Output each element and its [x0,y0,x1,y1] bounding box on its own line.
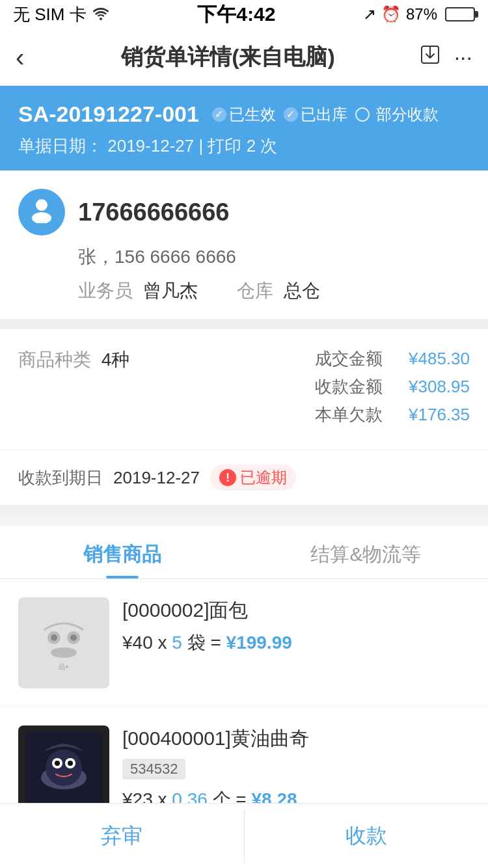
share-icon[interactable] [419,44,441,71]
tab-sales-label: 销售商品 [83,543,161,565]
divider-1 [0,319,488,329]
stats-left: 商品种类 4种 [18,347,129,372]
customer-meta: 业务员 曾凡杰 仓库 总仓 [18,278,470,303]
badge-partial: 部分收款 [355,104,439,125]
bottom-bar: 弃审 收款 [0,803,488,868]
svg-point-2 [32,212,51,223]
due-date-label: 收款到期日 [18,467,103,489]
warehouse-label: 仓库 [237,280,273,301]
product-info-2: [000400001]黄油曲奇 534532 ¥23 x 0.36 个 = ¥8… [122,726,470,812]
check-icon-active: ✓ [212,107,226,122]
order-id: SA-20191227-001 [18,102,199,127]
deal-amount-label: 成交金额 [315,347,383,370]
product-name-1: [0000002]面包 [122,597,470,624]
divider-2 [0,505,488,515]
customer-name: 张，156 6666 6666 [18,245,470,269]
tab-settlement[interactable]: 结算&物流等 [244,526,488,578]
wifi-icon [92,5,110,25]
customer-section: 17666666666 张，156 6666 6666 业务员 曾凡杰 仓库 总… [0,170,488,319]
product-total-1: ¥199.99 [226,632,292,653]
tab-settlement-label: 结算&物流等 [310,543,421,565]
location-icon: ↗ [363,5,376,23]
debt-row: 本单欠款 ¥176.35 [315,403,470,426]
due-section: 收款到期日 2019-12-27 ! 已逾期 [0,450,488,505]
avatar [18,189,65,236]
product-info-1: [0000002]面包 ¥40 x 5 袋 = ¥199.99 [122,597,470,655]
svg-point-8 [51,647,77,658]
order-status-badges: ✓ 已生效 ✓ 已出库 部分收款 [212,104,439,125]
warehouse-field: 仓库 总仓 [237,278,320,303]
receipt-amount-value: ¥308.95 [409,377,470,397]
more-icon[interactable]: ··· [454,44,472,70]
product-unit-1: 袋 [187,632,206,653]
svg-point-16 [68,761,73,766]
tabs-row: 销售商品 结算&物流等 [0,526,488,578]
stats-right: 成交金额 ¥485.30 收款金额 ¥308.95 本单欠款 ¥176.35 [315,347,470,431]
svg-point-12 [46,750,82,786]
stats-row: 商品种类 4种 成交金额 ¥485.30 收款金额 ¥308.95 本单欠款 ¥… [18,347,470,431]
badge-shipped: ✓ 已出库 [284,104,347,125]
overdue-icon: ! [219,469,236,486]
product-image-placeholder-1: 品+ [18,597,109,688]
check-icon-shipped: ✓ [284,107,298,122]
badge-active: ✓ 已生效 [212,104,276,125]
overdue-badge: ! 已逾期 [210,465,296,491]
salesperson-label: 业务员 [78,280,133,301]
battery-label: 87% [406,5,437,23]
product-name-2: [000400001]黄油曲奇 [122,726,470,752]
svg-point-1 [36,199,47,211]
warehouse-value: 总仓 [284,280,320,301]
status-left: 无 SIM 卡 [13,3,110,26]
product-qty-1: 5 [172,632,182,653]
tab-active-indicator [106,576,139,578]
stats-section: 商品种类 4种 成交金额 ¥485.30 收款金额 ¥308.95 本单欠款 ¥… [0,329,488,450]
person-icon [27,195,56,230]
order-header: SA-20191227-001 ✓ 已生效 ✓ 已出库 部分收款 单据日期： 2… [0,86,488,170]
back-button[interactable]: ‹ [16,44,37,70]
page-title: 销货单详情(来自电脑) [37,42,418,72]
svg-text:品+: 品+ [59,663,69,670]
tabs-container: 销售商品 结算&物流等 [0,526,488,579]
product-price-1: ¥40 [122,632,153,653]
product-price-row-1: ¥40 x 5 袋 = ¥199.99 [122,631,470,655]
due-date-value: 2019-12-27 [113,468,200,488]
salesperson-value: 曾凡杰 [143,280,198,301]
nav-actions: ··· [419,44,472,71]
battery-icon [445,7,475,21]
deal-amount-row: 成交金额 ¥485.30 [315,347,470,370]
debt-label: 本单欠款 [315,403,383,426]
order-date-value: 2019-12-27 [107,136,194,156]
product-tag-2: 534532 [122,759,185,780]
receipt-amount-label: 收款金额 [315,375,383,398]
debt-value: ¥176.35 [409,405,470,425]
carrier-label: 无 SIM 卡 [13,3,87,26]
svg-point-7 [70,634,77,641]
order-date-label: 单据日期： [18,136,103,156]
confirm-button[interactable]: 收款 [245,809,489,863]
svg-point-15 [55,761,60,766]
deal-amount-value: ¥485.30 [409,349,470,369]
order-date-row: 单据日期： 2019-12-27 | 打印 2 次 [18,135,470,157]
status-right: ↗ ⏰ 87% [363,5,475,23]
category-label: 商品种类 [18,349,91,370]
product-list: 品+ [0000002]面包 ¥40 x 5 袋 = ¥199.99 [0,579,488,835]
time-label: 下午4:42 [197,1,275,28]
table-row: 品+ [0000002]面包 ¥40 x 5 袋 = ¥199.99 [0,579,488,707]
customer-phone: 17666666666 [78,198,229,226]
salesperson-field: 业务员 曾凡杰 [78,278,198,303]
svg-point-6 [51,634,57,641]
cancel-button[interactable]: 弃审 [0,809,245,863]
category-value: 4种 [102,349,130,370]
alarm-icon: ⏰ [381,5,401,23]
tab-sales-products[interactable]: 销售商品 [0,526,244,578]
order-print-info: | 打印 2 次 [198,136,277,156]
nav-bar: ‹ 销货单详情(来自电脑) ··· [0,29,488,86]
receipt-amount-row: 收款金额 ¥308.95 [315,375,470,398]
product-image-1: 品+ [18,597,109,688]
order-id-row: SA-20191227-001 ✓ 已生效 ✓ 已出库 部分收款 [18,102,470,127]
customer-row: 17666666666 [18,189,470,236]
clock-icon [355,107,370,122]
overdue-text: 已逾期 [240,467,287,488]
status-bar: 无 SIM 卡 下午4:42 ↗ ⏰ 87% [0,0,488,29]
